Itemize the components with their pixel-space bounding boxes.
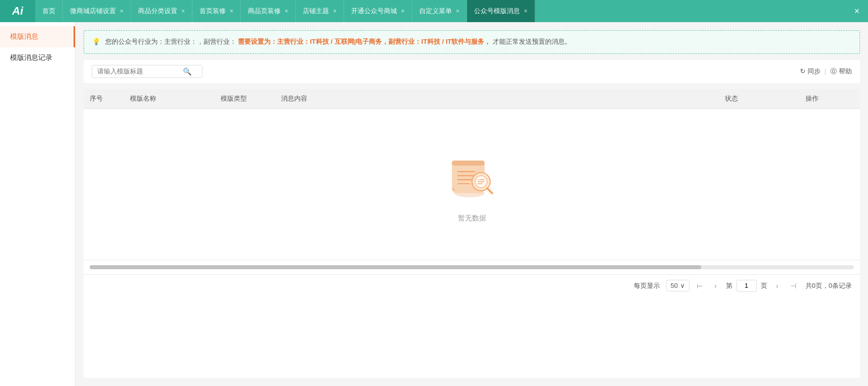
table-body: 暂无数据 — [84, 109, 860, 260]
search-bar: 🔍 ↻ 同步 | ⓪ 帮助 — [84, 60, 860, 83]
logo: Ai — [0, 0, 35, 22]
nav-tab-openstore[interactable]: 开通公众号商城 × — [344, 0, 412, 22]
nav-tab-templatemsg-close[interactable]: × — [524, 8, 527, 15]
nav-tab-weshop-label: 微商城店铺设置 — [70, 7, 116, 16]
sync-icon: ↻ — [800, 67, 806, 75]
nav-tab-productpage-close[interactable]: × — [285, 8, 288, 15]
sidebar-item-template-msg-label: 模版消息 — [10, 32, 38, 40]
nav-tab-custommenu[interactable]: 自定义菜单 × — [412, 0, 467, 22]
sync-label: 同步 — [808, 67, 821, 76]
toolbar-divider: | — [825, 67, 826, 75]
sidebar-item-template-msg[interactable]: 模版消息 — [0, 26, 75, 47]
close-all-button[interactable]: × — [846, 0, 868, 22]
nav-tab-category-label: 商品分类设置 — [138, 7, 177, 16]
notice-suffix: 才能正常发送预置的消息。 — [493, 38, 571, 45]
first-page-button[interactable]: ⊢ — [694, 280, 706, 292]
page-di-label: 第 — [726, 281, 732, 290]
page-size-select[interactable]: 50 ∨ — [666, 280, 689, 291]
nav-tab-templatemsg[interactable]: 公众号模版消息 × — [467, 0, 535, 22]
table-col-content: 消息内容 — [275, 94, 719, 103]
nav-tab-custommenu-label: 自定义菜单 — [419, 7, 452, 16]
nav-tab-weshop[interactable]: 微商城店铺设置 × — [63, 0, 131, 22]
notice-prefix: 您的公众号行业为：主营行业：，副营行业： — [105, 38, 236, 45]
table-col-name: 模版名称 — [124, 94, 215, 103]
search-input-wrap[interactable]: 🔍 — [92, 65, 203, 78]
next-page-button[interactable]: › — [771, 280, 783, 292]
nav-tab-productpage-label: 商品页装修 — [248, 7, 281, 16]
notice-highlight: 需要设置为：主营行业：IT科技 / 互联网|电子商务，副营行业：IT科技 / I… — [238, 38, 491, 45]
table-col-type: 模版类型 — [215, 94, 275, 103]
nav-tab-homepage-close[interactable]: × — [230, 8, 233, 15]
help-label: 帮助 — [839, 67, 852, 76]
scrollbar-thumb[interactable] — [90, 265, 701, 269]
notice-icon: 💡 — [92, 38, 100, 45]
table-col-status: 状态 — [719, 94, 799, 103]
content-area: 💡 您的公众号行业为：主营行业：，副营行业： 需要设置为：主营行业：IT科技 /… — [76, 22, 868, 386]
nav-tab-homepage[interactable]: 首页装修 × — [192, 0, 241, 22]
empty-illustration — [442, 145, 502, 206]
search-input[interactable] — [97, 67, 183, 75]
notice-banner: 💡 您的公众号行业为：主营行业：，副营行业： 需要设置为：主营行业：IT科技 /… — [84, 30, 860, 54]
last-page-button[interactable]: ⊣ — [787, 280, 799, 292]
nav-tab-weshop-close[interactable]: × — [120, 8, 123, 15]
nav-tab-productpage[interactable]: 商品页装修 × — [241, 0, 296, 22]
nav-tab-templatemsg-label: 公众号模版消息 — [474, 7, 520, 16]
empty-text: 暂无数据 — [458, 214, 486, 223]
nav-tab-theme-close[interactable]: × — [333, 8, 337, 15]
sidebar-item-template-msg-log[interactable]: 模版消息记录 — [0, 47, 75, 68]
nav-tab-theme-label: 店铺主题 — [303, 7, 329, 16]
help-circle-icon: ⓪ — [830, 67, 837, 76]
nav-tab-category-close[interactable]: × — [181, 8, 185, 15]
sidebar-item-template-msg-log-label: 模版消息记录 — [10, 53, 52, 61]
main-layout: 模版消息 模版消息记录 💡 您的公众号行业为：主营行业：，副营行业： 需要设置为… — [0, 22, 868, 386]
nav-tab-openstore-close[interactable]: × — [401, 8, 405, 15]
nav-tabs: 首页 微商城店铺设置 × 商品分类设置 × 首页装修 × 商品页装修 × 店铺主… — [35, 0, 846, 22]
table-header: 序号 模版名称 模版类型 消息内容 状态 操作 — [84, 89, 860, 109]
scrollbar-area[interactable] — [84, 260, 860, 274]
data-table: 序号 模版名称 模版类型 消息内容 状态 操作 — [84, 89, 860, 378]
nav-tab-homepage-label: 首页装修 — [199, 7, 226, 16]
nav-tab-openstore-label: 开通公众号商城 — [351, 7, 397, 16]
page-size-label: 每页显示 — [634, 281, 660, 290]
search-icon[interactable]: 🔍 — [183, 67, 191, 75]
table-col-index: 序号 — [84, 94, 124, 103]
table-col-action: 操作 — [799, 94, 860, 103]
nav-tab-category[interactable]: 商品分类设置 × — [131, 0, 192, 22]
nav-tab-theme[interactable]: 店铺主题 × — [296, 0, 344, 22]
scrollbar-track[interactable] — [90, 265, 854, 269]
svg-point-11 — [477, 177, 480, 180]
page-unit-label: 页 — [761, 281, 767, 290]
nav-tab-home[interactable]: 首页 — [35, 0, 63, 22]
prev-page-button[interactable]: ‹ — [710, 280, 722, 292]
chevron-down-icon: ∨ — [680, 282, 685, 289]
toolbar-right: ↻ 同步 | ⓪ 帮助 — [800, 67, 852, 76]
page-size-value: 50 — [671, 282, 678, 289]
nav-tab-custommenu-close[interactable]: × — [456, 8, 459, 15]
sidebar: 模版消息 模版消息记录 — [0, 22, 76, 386]
svg-line-10 — [487, 188, 492, 193]
nav-tab-home-label: 首页 — [42, 7, 55, 16]
help-button[interactable]: ⓪ 帮助 — [830, 67, 852, 76]
sync-button[interactable]: ↻ 同步 — [800, 67, 821, 76]
top-nav: Ai 首页 微商城店铺设置 × 商品分类设置 × 首页装修 × 商品页装修 × … — [0, 0, 868, 22]
current-page-input[interactable] — [737, 280, 757, 292]
page-total: 共0页，0条记录 — [806, 281, 852, 290]
pagination: 每页显示 50 ∨ ⊢ ‹ 第 页 › ⊣ 共0页，0条记录 — [84, 274, 860, 297]
